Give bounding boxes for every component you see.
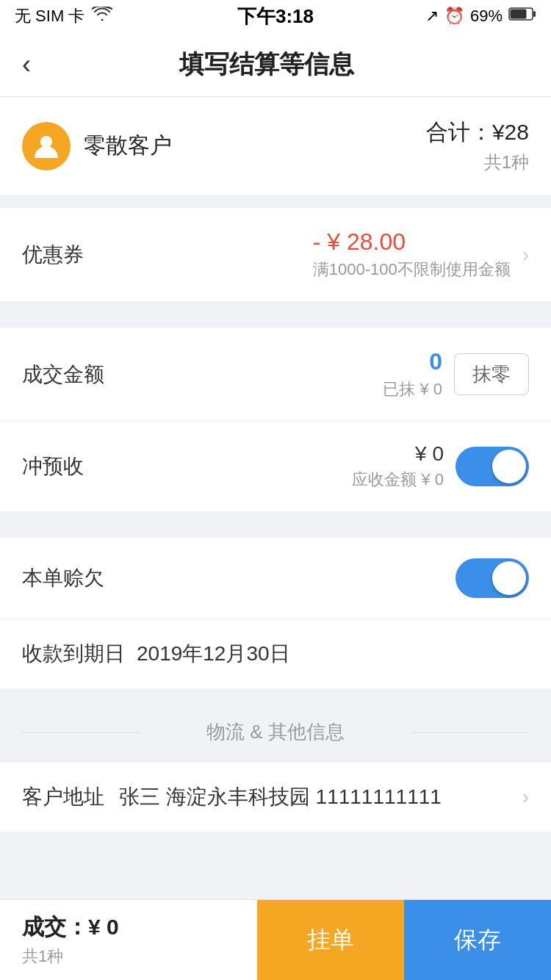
debt-label: 本单赊欠 [22,564,104,592]
bottom-count: 共1种 [22,945,235,968]
logistics-header-text: 物流 & 其他信息 [206,721,345,743]
prepayment-sub: 应收金额 ¥ 0 [352,469,444,491]
back-button[interactable]: ‹ [22,49,31,80]
logistics-header: 物流 & 其他信息 [0,702,551,763]
bottom-info: 成交：¥ 0 共1种 [0,912,257,968]
debt-section: 本单赊欠 收款到期日 2019年12月30日 [0,538,551,688]
save-button[interactable]: 保存 [404,900,551,981]
address-value: 张三 海淀永丰科技园 11111111111 [119,783,522,811]
prepayment-toggle[interactable] [455,447,529,486]
coupon-section: 优惠券 - ¥ 28.00 满1000-100不限制使用金额 › [0,208,551,301]
coupon-desc: 满1000-100不限制使用金额 [313,259,511,281]
coupon-chevron-icon: › [522,243,529,267]
divider-2 [0,525,551,538]
prepayment-row: 冲预收 ¥ 0 应收金额 ¥ 0 [0,422,551,511]
customer-name: 零散客户 [84,131,172,161]
alarm-icon: ⏰ [444,7,464,26]
nav-bar: ‹ 填写结算等信息 [0,32,551,97]
toggle-knob [492,450,526,483]
status-left: 无 SIM 卡 [15,5,112,27]
transaction-right: 0 已抹 ¥ 0 抹零 [383,348,529,400]
address-row[interactable]: 客户地址 张三 海淀永丰科技园 11111111111 › [0,763,551,832]
transaction-sub: 已抹 ¥ 0 [383,378,442,400]
coupon-label: 优惠券 [22,241,84,269]
due-date-row: 收款到期日 2019年12月30日 [0,619,551,688]
bottom-deal-label: 成交： [22,915,88,939]
page-title: 填写结算等信息 [46,48,488,82]
status-time: 下午3:18 [237,4,314,29]
address-chevron-icon: › [522,785,529,809]
wifi-icon [92,7,112,26]
status-right: ↗ ⏰ 69% [425,7,536,26]
debt-toggle[interactable] [455,558,529,598]
debt-toggle-knob [492,561,526,595]
coupon-right: - ¥ 28.00 满1000-100不限制使用金额 › [313,228,529,281]
prepayment-right: ¥ 0 应收金额 ¥ 0 [352,442,529,491]
svg-point-3 [40,136,52,148]
transaction-value: 0 [429,348,442,375]
coupon-row[interactable]: 优惠券 - ¥ 28.00 满1000-100不限制使用金额 › [0,208,551,301]
transaction-label: 成交金额 [22,361,104,389]
bottom-deal-value: ¥ 0 [88,915,119,939]
address-section: 客户地址 张三 海淀永丰科技园 11111111111 › [0,763,551,832]
transaction-value-group: 0 已抹 ¥ 0 [383,348,442,400]
avatar [22,122,71,170]
content-area: 零散客户 合计：¥28 共1种 优惠券 - ¥ 28.00 满1000-100不… [0,97,551,933]
svg-rect-1 [533,11,536,17]
coupon-amount: - ¥ 28.00 [313,228,511,256]
customer-total: 合计：¥28 [426,118,529,148]
prepayment-label: 冲预收 [22,453,84,480]
customer-right: 合计：¥28 共1种 [426,118,529,174]
svg-rect-2 [511,10,527,19]
customer-left: 零散客户 [22,122,172,170]
transaction-row: 成交金额 0 已抹 ¥ 0 抹零 [0,328,551,422]
hang-order-button[interactable]: 挂单 [257,900,404,981]
divider-1 [0,314,551,328]
customer-count: 共1种 [426,151,529,174]
bottom-bar: 成交：¥ 0 共1种 挂单 保存 [0,899,551,980]
coupon-value-group: - ¥ 28.00 满1000-100不限制使用金额 [313,228,511,281]
debt-right [455,558,529,598]
prepayment-value-group: ¥ 0 应收金额 ¥ 0 [352,442,444,491]
location-icon: ↗ [425,7,439,26]
round-off-button[interactable]: 抹零 [454,353,529,395]
address-label: 客户地址 [22,783,104,811]
battery-icon [508,7,536,26]
debt-row: 本单赊欠 [0,538,551,619]
due-date-value: 2019年12月30日 [137,640,290,668]
transaction-section: 成交金额 0 已抹 ¥ 0 抹零 冲预收 ¥ 0 应收金额 ¥ 0 [0,328,551,511]
due-date-label: 收款到期日 [22,640,125,668]
status-bar: 无 SIM 卡 下午3:18 ↗ ⏰ 69% [0,0,551,32]
battery-text: 69% [470,7,503,26]
carrier-text: 无 SIM 卡 [15,5,84,27]
bottom-deal-text: 成交：¥ 0 [22,912,235,943]
prepayment-value: ¥ 0 [352,442,444,466]
customer-row: 零散客户 合计：¥28 共1种 [0,97,551,195]
